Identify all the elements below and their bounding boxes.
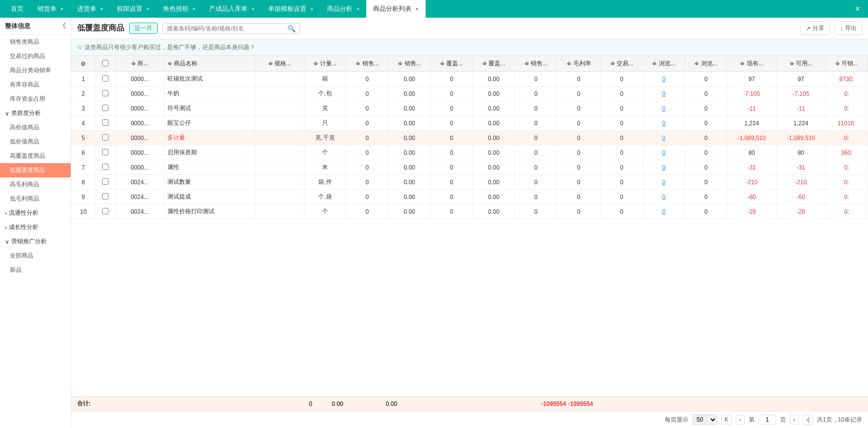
close-analysis-tab[interactable]: × [356, 6, 359, 12]
th-browse2[interactable]: ≑ 浏览... [685, 56, 727, 72]
row-checkbox[interactable] [102, 75, 108, 82]
cell-browse1[interactable]: 0 [643, 175, 685, 190]
search-icon[interactable]: 🔍 [287, 25, 296, 32]
row-checkbox[interactable] [102, 90, 108, 96]
th-unit[interactable]: ≑ 计量... [304, 56, 346, 72]
sidebar-section-flow[interactable]: › 流通性分析 [0, 206, 71, 220]
cell-browse1[interactable]: 0 [643, 72, 685, 86]
cell-browse1[interactable]: 0 [643, 101, 685, 116]
cell-browse1[interactable]: 0 [643, 204, 685, 219]
cell-checkbox[interactable] [96, 116, 115, 131]
table-row[interactable]: 3 0000... 符号测试 克 0 0.00 0 0.00 0 0 0 0 0… [71, 101, 868, 116]
row-checkbox[interactable] [102, 149, 108, 155]
cell-checkbox[interactable] [96, 190, 115, 204]
close-roles-tab[interactable]: × [192, 6, 195, 12]
cell-browse1[interactable]: 0 [643, 160, 685, 175]
sidebar-section-category[interactable]: ∨ 类群度分析 [0, 106, 71, 120]
search-input[interactable] [167, 25, 287, 32]
settings-icon[interactable]: ⚙ [81, 60, 86, 67]
sidebar-item-low-margin[interactable]: 低毛利商品 [0, 192, 71, 206]
table-row[interactable]: 9 0024... 测试提成 个,袋 0 0.00 0 0.00 0 0 0 0… [71, 190, 868, 204]
window-close-btn[interactable]: × [851, 4, 864, 14]
close-templates-tab[interactable]: × [310, 6, 313, 12]
sidebar-item-traded-goods[interactable]: 交易过的商品 [0, 49, 71, 63]
th-browse1[interactable]: ≑ 浏览... [643, 56, 685, 72]
nav-tab-roles[interactable]: 角色授权 × [156, 0, 202, 18]
th-sales-count[interactable]: ≑ 销售... [515, 56, 557, 72]
th-trade[interactable]: ≑ 交易... [600, 56, 643, 72]
next-page-btn[interactable]: › [790, 415, 799, 425]
close-purchase-tab[interactable]: × [100, 6, 103, 12]
first-page-btn[interactable]: K [721, 415, 732, 425]
cell-checkbox[interactable] [96, 160, 115, 175]
row-checkbox[interactable] [102, 208, 108, 214]
table-row[interactable]: 6 0000... 启用保质期 个 0 0.00 0 0.00 0 0 0 0 … [71, 145, 868, 160]
row-checkbox[interactable] [102, 105, 108, 111]
th-gross-rate[interactable]: ≑ 毛利率 [557, 56, 601, 72]
sidebar-item-inventory-fund[interactable]: 库存资金占用 [0, 92, 71, 106]
select-all-checkbox[interactable] [102, 60, 108, 66]
table-row[interactable]: 2 0000... 牛奶 个,包 0 0.00 0 0.00 0 0 0 0 0… [71, 86, 868, 101]
filter-recent-month-btn[interactable]: 近一月 [129, 23, 158, 34]
table-row[interactable]: 10 0024... 属性价格打印测试 个 0 0.00 0 0.00 0 0 … [71, 204, 868, 219]
nav-tab-analysis-list[interactable]: 商品分析列表 × [366, 0, 425, 18]
sidebar-section-growth[interactable]: › 成长性分析 [0, 220, 71, 234]
cell-checkbox[interactable] [96, 131, 115, 145]
cell-browse1[interactable]: 0 [643, 116, 685, 131]
row-checkbox[interactable] [102, 164, 108, 170]
row-checkbox[interactable] [102, 119, 108, 126]
row-checkbox[interactable] [102, 178, 108, 185]
th-coverage1[interactable]: ≑ 覆盖... [431, 56, 473, 72]
th-code[interactable]: ≑ 商... [115, 56, 164, 72]
table-row[interactable]: 8 0024... 测试数量 袋,件 0 0.00 0 0.00 0 0 0 0… [71, 175, 868, 190]
th-checkbox[interactable] [96, 56, 115, 72]
table-row[interactable]: 5 0000... 多计量 克,千克 0 0.00 0 0.00 0 0 0 0… [71, 131, 868, 145]
last-page-btn[interactable]: ›| [803, 415, 813, 425]
nav-tab-templates[interactable]: 单据模板设置 × [261, 0, 320, 18]
prev-page-btn[interactable]: ‹ [736, 415, 745, 425]
cell-browse1[interactable]: 0 [643, 190, 685, 204]
sidebar-item-new-goods[interactable]: 新品 [0, 263, 71, 277]
cell-browse1[interactable]: 0 [643, 145, 685, 160]
th-saleable[interactable]: ≑ 可销... [825, 56, 868, 72]
cell-checkbox[interactable] [96, 86, 115, 101]
sidebar-item-category-rate[interactable]: 商品分类动销率 [0, 63, 71, 78]
sidebar-item-all-goods[interactable]: 全部商品 [0, 249, 71, 263]
th-available[interactable]: ≑ 可用... [776, 56, 825, 72]
sidebar-item-sales-goods[interactable]: 销售类商品 [0, 35, 71, 49]
close-analysis-list-tab[interactable]: × [415, 6, 418, 12]
th-current-stock[interactable]: ≑ 现有... [727, 56, 776, 72]
nav-tab-home[interactable]: 首页 [4, 0, 30, 18]
th-sales-qty[interactable]: ≑ 销售... [346, 56, 388, 72]
share-btn[interactable]: ↗ 分享 [800, 22, 830, 35]
th-name[interactable]: ≑ 商品名称 [164, 56, 255, 72]
sidebar-item-high-value[interactable]: 高价值商品 [0, 120, 71, 135]
cell-checkbox[interactable] [96, 204, 115, 219]
th-coverage2[interactable]: ≑ 覆盖... [473, 56, 515, 72]
close-sales-tab[interactable]: × [60, 6, 63, 12]
nav-tab-products[interactable]: 产成品入库单 × [202, 0, 261, 18]
row-checkbox[interactable] [102, 193, 108, 200]
close-products-tab[interactable]: × [251, 6, 254, 12]
th-settings[interactable]: ⚙ [71, 56, 96, 72]
close-permissions-tab[interactable]: × [146, 6, 149, 12]
sidebar-item-stocked-goods[interactable]: 有库存商品 [0, 78, 71, 92]
page-size-select[interactable]: 50 20 100 200 [692, 414, 717, 425]
cell-browse1[interactable]: 0 [643, 131, 685, 145]
page-input[interactable] [759, 415, 776, 425]
cell-browse1[interactable]: 0 [643, 86, 685, 101]
cell-checkbox[interactable] [96, 145, 115, 160]
cell-checkbox[interactable] [96, 72, 115, 86]
row-checkbox[interactable] [102, 134, 108, 141]
sidebar-item-high-margin[interactable]: 高毛利商品 [0, 177, 71, 192]
sidebar-collapse-btn[interactable]: 《 [59, 22, 66, 30]
nav-tab-purchase[interactable]: 进货单 × [70, 0, 110, 18]
sidebar-item-low-coverage[interactable]: 低覆盖度商品 [0, 163, 71, 177]
th-spec[interactable]: ≑ 规格... [255, 56, 304, 72]
sidebar-item-high-coverage[interactable]: 高覆盖度商品 [0, 149, 71, 163]
table-row[interactable]: 1 0000... 旺辅批次测试 箱 0 0.00 0 0.00 0 0 0 0… [71, 72, 868, 86]
table-row[interactable]: 7 0000... 属性 米 0 0.00 0 0.00 0 0 0 0 0 -… [71, 160, 868, 175]
nav-tab-sales[interactable]: 销货单 × [30, 0, 70, 18]
nav-tab-analysis[interactable]: 商品分析 × [320, 0, 366, 18]
table-row[interactable]: 4 0000... 眼宝公仔 只 0 0.00 0 0.00 0 0 0 0 0… [71, 116, 868, 131]
